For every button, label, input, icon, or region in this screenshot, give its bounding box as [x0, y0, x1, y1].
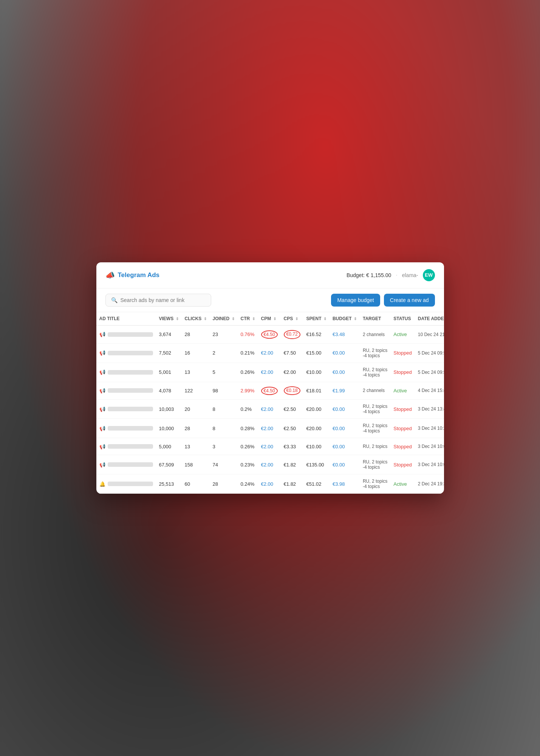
budget-cell: €0.00: [330, 343, 360, 363]
cpm-cell: €2.00: [258, 438, 281, 455]
target-cell: RU, 2 topics: [360, 438, 390, 455]
budget-cell: €3.48: [330, 325, 360, 343]
search-box[interactable]: 🔍: [105, 294, 211, 307]
views-cell: 10,000: [156, 419, 182, 438]
ad-icon: 📢: [99, 406, 105, 412]
clicks-cell: 13: [182, 363, 210, 382]
ad-icon: 🔔: [99, 481, 105, 487]
ctr-cell: 0.24%: [238, 474, 258, 494]
joined-cell: 74: [210, 455, 238, 474]
ad-name-blurred: [108, 351, 153, 355]
avatar[interactable]: EW: [423, 269, 435, 281]
ctr-cell: 0.28%: [238, 419, 258, 438]
col-clicks[interactable]: CLICKS ⇕: [182, 312, 210, 325]
manage-budget-button[interactable]: Manage budget: [331, 294, 380, 307]
separator: ·: [396, 272, 397, 279]
views-cell: 3,674: [156, 325, 182, 343]
col-date-added[interactable]: DATE ADDED ▼: [415, 312, 444, 325]
ad-title-cell: 📢: [96, 382, 156, 400]
spent-cell: €15.00: [303, 343, 330, 363]
spent-cell: €10.00: [303, 363, 330, 382]
col-cpm[interactable]: CPM ⇕: [258, 312, 281, 325]
ad-name-blurred: [108, 462, 153, 467]
col-ad-title: AD TITLE: [96, 312, 156, 325]
views-cell: 25,513: [156, 474, 182, 494]
budget-cell: €0.00: [330, 438, 360, 455]
ad-name-blurred: [108, 407, 153, 411]
cps-cell: €0.72: [281, 325, 303, 343]
ad-title-cell: 📢: [96, 438, 156, 455]
ad-icon: 📢: [99, 462, 105, 468]
table-row: 📢 10,000 28 8 0.28% €2.00 €2.50 €20.00 €…: [96, 419, 444, 438]
col-budget[interactable]: BUDGET ⇕: [330, 312, 360, 325]
ctr-cell: 0.26%: [238, 363, 258, 382]
cps-cell: €2.50: [281, 400, 303, 419]
joined-cell: 23: [210, 325, 238, 343]
ad-name-blurred: [108, 426, 153, 431]
joined-cell: 98: [210, 382, 238, 400]
status-cell: Stopped: [390, 438, 415, 455]
ad-title-cell: 📢: [96, 400, 156, 419]
ad-icon: 📢: [99, 388, 105, 393]
spent-cell: €16.52: [303, 325, 330, 343]
cpm-cell: €2.00: [258, 474, 281, 494]
ad-title-cell: 📢: [96, 419, 156, 438]
create-new-ad-button[interactable]: Create a new ad: [384, 294, 435, 307]
views-cell: 7,502: [156, 343, 182, 363]
cps-cell: €2.50: [281, 419, 303, 438]
col-views[interactable]: VIEWS ⇕: [156, 312, 182, 325]
views-cell: 4,078: [156, 382, 182, 400]
clicks-cell: 16: [182, 343, 210, 363]
target-cell: 2 channels: [360, 382, 390, 400]
cpm-cell: €2.00: [258, 419, 281, 438]
status-cell: Active: [390, 325, 415, 343]
ctr-cell: 0.26%: [238, 438, 258, 455]
search-icon: 🔍: [111, 297, 118, 303]
ctr-cell: 2.99%: [238, 382, 258, 400]
search-input[interactable]: [121, 297, 206, 303]
budget-cell: €0.00: [330, 363, 360, 382]
spent-cell: €10.00: [303, 438, 330, 455]
cpm-cell: €2.00: [258, 455, 281, 474]
date-cell: 3 Dec 24 10:22: [415, 419, 444, 438]
clicks-cell: 122: [182, 382, 210, 400]
header-right: Budget: € 1,155.00 · elama- EW: [347, 269, 435, 281]
main-panel: 📣 Telegram Ads Budget: € 1,155.00 · elam…: [96, 262, 444, 494]
col-spent[interactable]: SPENT ⇕: [303, 312, 330, 325]
target-cell: RU, 2 topics-4 topics: [360, 474, 390, 494]
clicks-cell: 28: [182, 325, 210, 343]
budget-display: Budget: € 1,155.00: [347, 272, 391, 278]
ad-icon: 📢: [99, 444, 105, 449]
status-cell: Stopped: [390, 400, 415, 419]
ad-title-cell: 📢: [96, 325, 156, 343]
col-cps[interactable]: CPS ⇕: [281, 312, 303, 325]
cps-cell: €3.33: [281, 438, 303, 455]
ctr-cell: 0.76%: [238, 325, 258, 343]
date-cell: 3 Dec 24 10:00: [415, 455, 444, 474]
joined-cell: 8: [210, 419, 238, 438]
budget-cell: €3.98: [330, 474, 360, 494]
megaphone-icon: 📣: [105, 271, 115, 280]
cps-cell: €1.82: [281, 455, 303, 474]
cps-cell: €0.18: [281, 382, 303, 400]
clicks-cell: 158: [182, 455, 210, 474]
target-cell: RU, 2 topics-4 topics: [360, 343, 390, 363]
budget-cell: €1.99: [330, 382, 360, 400]
table-row: 📢 7,502 16 2 0.21% €2.00 €7.50 €15.00 €0…: [96, 343, 444, 363]
views-cell: 67,509: [156, 455, 182, 474]
status-cell: Active: [390, 474, 415, 494]
table-row: 📢 5,001 13 5 0.26% €2.00 €2.00 €10.00 €0…: [96, 363, 444, 382]
spent-cell: €18.01: [303, 382, 330, 400]
target-cell: 2 channels: [360, 325, 390, 343]
col-joined[interactable]: JOINED ⇕: [210, 312, 238, 325]
joined-cell: 3: [210, 438, 238, 455]
joined-cell: 28: [210, 474, 238, 494]
budget-cell: €0.00: [330, 455, 360, 474]
col-ctr[interactable]: CTR ⇕: [238, 312, 258, 325]
target-cell: RU, 2 topics-4 topics: [360, 455, 390, 474]
views-cell: 5,001: [156, 363, 182, 382]
cpm-cell: €2.00: [258, 363, 281, 382]
header-left: 📣 Telegram Ads: [105, 271, 160, 280]
status-cell: Stopped: [390, 363, 415, 382]
cpm-cell: €2.00: [258, 343, 281, 363]
